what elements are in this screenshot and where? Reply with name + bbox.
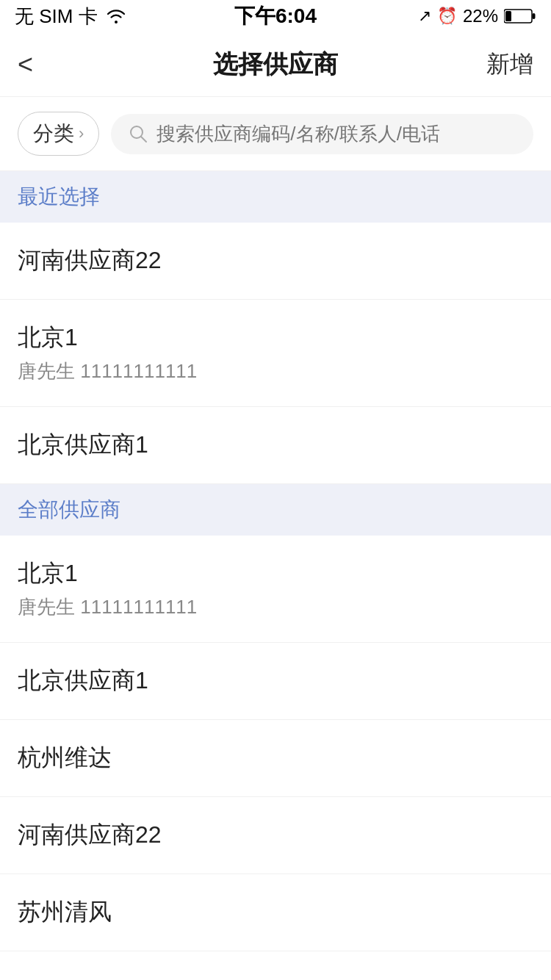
chevron-right-icon: › [79, 124, 84, 143]
item-name: 河南供应商22 [18, 245, 533, 277]
all-section-label: 全部供应商 [18, 498, 120, 521]
battery-text: 22% [463, 6, 498, 26]
recent-section-label: 最近选择 [18, 185, 100, 208]
item-name: 北京1 [18, 322, 533, 354]
item-name: 北京供应商1 [18, 429, 533, 461]
search-box[interactable] [111, 114, 533, 154]
all-section-header: 全部供应商 [0, 484, 551, 536]
item-name: 北京1 [18, 558, 533, 590]
item-sub: 唐先生 11111111111 [18, 359, 533, 384]
back-button[interactable]: < [10, 42, 40, 87]
item-name: 北京供应商1 [18, 665, 533, 697]
recent-items-list: 河南供应商22北京1唐先生 11111111111北京供应商1 [0, 223, 551, 484]
search-icon [129, 124, 148, 143]
location-icon: ↗ [418, 7, 431, 26]
category-button[interactable]: 分类 › [18, 112, 99, 156]
search-input[interactable] [156, 123, 516, 145]
filter-bar: 分类 › [0, 97, 551, 171]
status-left: 无 SIM 卡 [15, 4, 127, 29]
wifi-icon [105, 8, 127, 24]
list-item[interactable]: 苏州清风 [0, 874, 551, 951]
battery-icon [504, 8, 536, 24]
svg-rect-2 [505, 11, 511, 21]
status-right: ↗ ⏰ 22% [418, 6, 536, 26]
all-items-list: 北京1唐先生 11111111111北京供应商1杭州维达河南供应商22苏州清风 [0, 536, 551, 951]
status-time: 下午6:04 [234, 2, 317, 30]
list-item[interactable]: 杭州维达 [0, 720, 551, 797]
list-item[interactable]: 北京供应商1 [0, 407, 551, 484]
page-title: 选择供应商 [213, 48, 338, 82]
nav-bar: < 选择供应商 新增 [0, 32, 551, 97]
item-name: 河南供应商22 [18, 819, 533, 851]
list-item[interactable]: 河南供应商22 [0, 223, 551, 300]
svg-rect-1 [533, 13, 536, 19]
recent-section-header: 最近选择 [0, 171, 551, 223]
item-name: 杭州维达 [18, 742, 533, 774]
list-item[interactable]: 北京1唐先生 11111111111 [0, 536, 551, 643]
sim-text: 无 SIM 卡 [15, 4, 98, 29]
add-button[interactable]: 新增 [486, 48, 533, 81]
list-item[interactable]: 北京供应商1 [0, 643, 551, 720]
svg-line-4 [141, 137, 146, 142]
status-bar: 无 SIM 卡 下午6:04 ↗ ⏰ 22% [0, 0, 551, 32]
list-item[interactable]: 北京1唐先生 11111111111 [0, 300, 551, 407]
item-name: 苏州清风 [18, 896, 533, 929]
category-label: 分类 [33, 120, 74, 148]
list-item[interactable]: 河南供应商22 [0, 797, 551, 874]
item-sub: 唐先生 11111111111 [18, 594, 533, 620]
alarm-icon: ⏰ [437, 7, 457, 26]
